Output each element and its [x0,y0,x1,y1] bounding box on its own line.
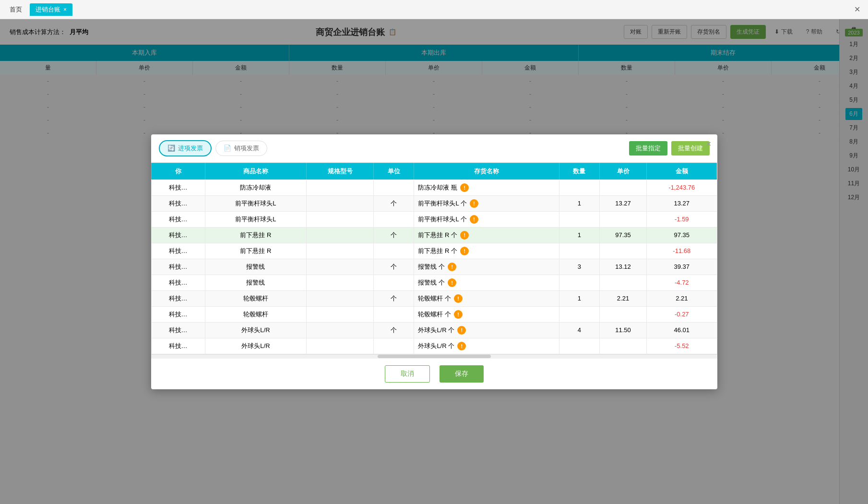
col-header-amount: 金额 [647,163,717,180]
cell-name: 外球头L/R [205,322,307,338]
tab-close-icon[interactable]: × [63,6,67,13]
cell-amount: -0.27 [647,306,717,322]
warning-icon[interactable]: ! [470,199,478,208]
batch-assign-button[interactable]: 批量指定 [629,141,667,156]
main-area: 销售成本计算方法： 月平均 商贸企业进销台账 📋 对账 重新开账 存货别名 生成… [0,19,868,504]
modal-close-button[interactable]: × [706,139,712,149]
top-bar: 首页 进销台账 × ✕ [0,0,868,19]
warning-icon[interactable]: ! [460,247,469,255]
cell-spec [307,338,374,354]
cell-inventory: 轮毂螺杆 个! [414,290,559,306]
cell-amount: 2.21 [647,290,717,306]
save-button[interactable]: 保存 [440,365,484,383]
invoice-table: 你 商品名称 规格型号 单位 存货名称 数量 单价 金额 科技…防冻冷却液防冻冷… [151,163,717,354]
window-close-icon[interactable]: ✕ [850,3,864,16]
cell-inventory: 外球头L/R 个! [414,322,559,338]
cell-quantity: 1 [559,290,599,306]
cell-name: 轮毂螺杆 [205,306,307,322]
cell-inventory: 报警线 个! [414,275,559,290]
cell-quantity [559,180,599,195]
cell-quantity [559,306,599,322]
cell-unit [374,275,414,290]
cell-amount: -1,243.76 [647,180,717,195]
cell-amount: 13.27 [647,195,717,211]
cell-unit [374,180,414,195]
col-header-inventory: 存货名称 [414,163,559,180]
cell-name: 报警线 [205,259,307,275]
cell-unit: 个 [374,195,414,211]
cell-inventory: 防冻冷却液 瓶! [414,180,559,195]
cell-name: 前下悬挂 R [205,243,307,259]
cell-price [599,211,646,227]
cell-inventory: 前下悬挂 R 个! [414,227,559,243]
cell-price: 11.50 [599,322,646,338]
outgoing-label: 销项发票 [234,144,259,153]
cell-spec [307,243,374,259]
cell-inventory: 前下悬挂 R 个! [414,243,559,259]
cell-price: 13.12 [599,259,646,275]
cell-spec [307,227,374,243]
table-row: 科技…前下悬挂 R前下悬挂 R 个!-11.68 [151,243,717,259]
table-row: 科技…轮毂螺杆轮毂螺杆 个!-0.27 [151,306,717,322]
jinxiao-tab[interactable]: 进销台账 × [30,3,72,16]
cell-spec [307,211,374,227]
cell-amount: -11.68 [647,243,717,259]
cell-unit: 个 [374,322,414,338]
cancel-button[interactable]: 取消 [385,365,430,383]
table-row: 科技…防冻冷却液防冻冷却液 瓶!-1,243.76 [151,180,717,195]
cell-unit: 个 [374,290,414,306]
cell-name: 防冻冷却液 [205,180,307,195]
warning-icon[interactable]: ! [448,263,456,271]
cell-id: 科技… [151,195,205,211]
horizontal-scrollbar[interactable] [151,354,717,358]
cell-id: 科技… [151,243,205,259]
col-header-name: 商品名称 [205,163,307,180]
warning-icon[interactable]: ! [460,183,469,192]
warning-icon[interactable]: ! [454,310,463,319]
cell-quantity: 1 [559,195,599,211]
cell-inventory: 前平衡杆球头L 个! [414,195,559,211]
col-header-id: 你 [151,163,205,180]
warning-icon[interactable]: ! [448,278,456,287]
cell-id: 科技… [151,180,205,195]
cell-unit: 个 [374,259,414,275]
cell-spec [307,322,374,338]
col-header-price: 单价 [599,163,646,180]
warning-icon[interactable]: ! [454,294,463,303]
warning-icon[interactable]: ! [457,326,466,335]
modal-overlay: 🔄 进项发票 📄 销项发票 批量指定 批量创建 × [0,19,868,504]
tab-incoming-invoice[interactable]: 🔄 进项发票 [159,140,212,156]
tab-label: 进销台账 [36,5,60,14]
cell-spec [307,290,374,306]
table-row: 科技…前平衡杆球头L个前平衡杆球头L 个!113.2713.27 [151,195,717,211]
cell-unit [374,306,414,322]
table-row: 科技…外球头L/R外球头L/R 个!-5.52 [151,338,717,354]
cell-id: 科技… [151,322,205,338]
cell-name: 外球头L/R [205,338,307,354]
cell-id: 科技… [151,338,205,354]
cell-spec [307,275,374,290]
col-header-spec: 规格型号 [307,163,374,180]
col-header-unit: 单位 [374,163,414,180]
cell-unit [374,243,414,259]
table-row: 科技…报警线个报警线 个!313.1239.37 [151,259,717,275]
table-row: 科技…报警线报警线 个!-4.72 [151,275,717,290]
warning-icon[interactable]: ! [470,215,478,224]
cell-unit: 个 [374,227,414,243]
warning-icon[interactable]: ! [457,342,466,350]
cell-price [599,338,646,354]
cell-amount: 97.35 [647,227,717,243]
cell-inventory: 轮毂螺杆 个! [414,306,559,322]
batch-create-button[interactable]: 批量创建 [671,141,710,156]
cell-amount: -5.52 [647,338,717,354]
cell-price: 2.21 [599,290,646,306]
col-header-quantity: 数量 [559,163,599,180]
home-tab[interactable]: 首页 [4,3,28,16]
warning-icon[interactable]: ! [460,231,469,240]
cell-inventory: 前平衡杆球头L 个! [414,211,559,227]
tab-outgoing-invoice[interactable]: 📄 销项发票 [215,141,267,156]
table-row: 科技…轮毂螺杆个轮毂螺杆 个!12.212.21 [151,290,717,306]
cell-price: 13.27 [599,195,646,211]
cell-price [599,243,646,259]
cell-quantity [559,338,599,354]
